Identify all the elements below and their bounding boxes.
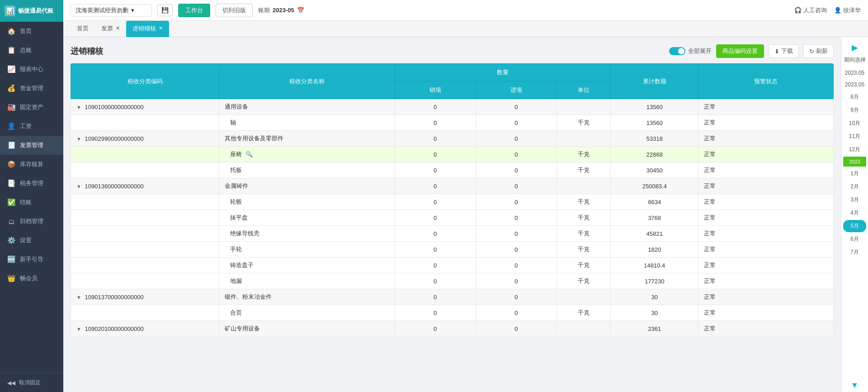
table-row: ▼ 109029900000000000 其他专用设备及零部件 0 0 5331… bbox=[71, 131, 834, 147]
table-row[interactable]: 绝缘导线壳 0 0 千克 45821 正常 bbox=[71, 226, 834, 242]
sidebar-item-home[interactable]: 🏠 首页 bbox=[0, 22, 63, 41]
expand-icon[interactable]: ▼ bbox=[76, 184, 81, 189]
workbench-button[interactable]: 工作台 bbox=[178, 4, 210, 17]
table-row[interactable]: 轴 0 0 千克 13560 正常 bbox=[71, 115, 834, 131]
period-year-2023-top[interactable]: 2023.05 bbox=[843, 67, 866, 78]
archive-icon: 🗂 bbox=[7, 218, 15, 225]
table-row[interactable]: 托板 0 0 千克 30450 正常 bbox=[71, 163, 834, 178]
row-purchase: 0 bbox=[476, 258, 557, 273]
row-sale: 0 bbox=[395, 147, 476, 163]
report-icon: 📈 bbox=[7, 65, 15, 73]
row-total: 13560 bbox=[611, 115, 698, 131]
sidebar-item-tax[interactable]: 📑 税务管理 bbox=[0, 174, 63, 193]
table-row[interactable]: 抹平盘 0 0 千克 3768 正常 bbox=[71, 210, 834, 226]
sidebar-item-report[interactable]: 📈 报表中心 bbox=[0, 60, 63, 79]
download-button[interactable]: ⬇ 下载 bbox=[769, 44, 799, 58]
search-icon[interactable]: 🔍 bbox=[245, 151, 253, 158]
period-10[interactable]: 10月 bbox=[843, 117, 866, 129]
period-2[interactable]: 2月 bbox=[843, 181, 866, 193]
row-purchase: 0 bbox=[476, 163, 557, 178]
expand-icon[interactable]: ▼ bbox=[76, 295, 81, 300]
period-3[interactable]: 3月 bbox=[843, 194, 866, 206]
save-draft-button[interactable]: 💾 bbox=[157, 4, 173, 16]
row-unit: 千克 bbox=[557, 242, 610, 258]
sidebar-item-guide[interactable]: 🆕 新手引导 bbox=[0, 250, 63, 269]
row-total: 30450 bbox=[611, 163, 698, 178]
table-row[interactable]: 铸造盖子 0 0 千克 14810.4 正常 bbox=[71, 258, 834, 273]
row-status: 正常 bbox=[698, 99, 834, 115]
member-icon: 👑 bbox=[7, 274, 15, 282]
row-purchase: 0 bbox=[476, 242, 557, 258]
sidebar: 📊 畅捷通易代账 🏠 首页 📋 总账 📈 报表中心 💰 资金管理 🏭 固定资产 … bbox=[0, 0, 63, 392]
product-code-button[interactable]: 商品编码设置 bbox=[716, 44, 764, 58]
table-row[interactable]: 地漏 0 0 千克 177230 正常 bbox=[71, 273, 834, 289]
period-5[interactable]: 5月 bbox=[843, 220, 866, 232]
sidebar-item-label: 设置 bbox=[20, 236, 32, 244]
calendar-icon[interactable]: 📅 bbox=[297, 7, 304, 14]
expand-toggle[interactable]: 全部展开 bbox=[669, 47, 712, 55]
period-1[interactable]: 1月 bbox=[843, 167, 866, 180]
period-6[interactable]: 6月 bbox=[843, 233, 866, 245]
tab-home[interactable]: 首页 bbox=[71, 21, 95, 37]
sidebar-item-archive[interactable]: 🗂 归档管理 bbox=[0, 212, 63, 231]
guide-icon: 🆕 bbox=[7, 255, 15, 263]
tab-check[interactable]: 进销稽核 ✕ bbox=[126, 21, 169, 37]
user-profile[interactable]: 👤 徐泽华 bbox=[834, 6, 861, 14]
row-name: 金属铸件 bbox=[219, 178, 395, 194]
row-code bbox=[71, 226, 219, 242]
refresh-button[interactable]: ↻ 刷新 bbox=[803, 44, 834, 58]
row-unit bbox=[557, 178, 610, 194]
sidebar-item-label: 总账 bbox=[20, 46, 32, 54]
sidebar-item-invoice[interactable]: 🧾 发票管理 bbox=[0, 136, 63, 155]
tab-invoice-close[interactable]: ✕ bbox=[116, 25, 120, 31]
period-year-2023-label[interactable]: 2023.05 bbox=[843, 79, 866, 90]
toggle-switch[interactable] bbox=[669, 47, 685, 55]
panel-scroll-down[interactable]: ▼ bbox=[849, 379, 861, 392]
expand-icon[interactable]: ▼ bbox=[76, 105, 81, 110]
sidebar-item-asset[interactable]: 🏭 固定资产 bbox=[0, 98, 63, 117]
sidebar-item-label: 报表中心 bbox=[20, 65, 43, 73]
table-row: ▼ 109013600000000000 金属铸件 0 0 250083.4 正… bbox=[71, 178, 834, 194]
panel-collapse-arrow[interactable]: ▶ bbox=[850, 41, 860, 54]
unpin-button[interactable]: ◀◀ 取消固定 bbox=[0, 373, 63, 392]
table-row[interactable]: 合页 0 0 千克 30 正常 bbox=[71, 305, 834, 321]
row-code bbox=[71, 273, 219, 289]
table-row[interactable]: 座椅🔍 0 0 千克 22868 正常 bbox=[71, 147, 834, 163]
expand-icon[interactable]: ▼ bbox=[76, 326, 81, 332]
row-unit: 千克 bbox=[557, 305, 610, 321]
tab-check-close[interactable]: ✕ bbox=[159, 25, 163, 31]
table-row[interactable]: 轮毂 0 0 千克 6634 正常 bbox=[71, 194, 834, 210]
tax-icon: 📑 bbox=[7, 179, 15, 187]
period-12[interactable]: 12月 bbox=[843, 143, 866, 156]
expand-icon[interactable]: ▼ bbox=[76, 136, 81, 142]
support-button[interactable]: 🎧 人工咨询 bbox=[794, 6, 827, 14]
period-label: 账期 bbox=[258, 6, 270, 14]
settings-icon: ⚙️ bbox=[7, 236, 15, 244]
switch-version-button[interactable]: 切到旧版 bbox=[216, 4, 253, 17]
row-name: 铸造盖子 bbox=[219, 258, 395, 273]
sidebar-item-member[interactable]: 👑 畅会员 bbox=[0, 269, 63, 288]
user-label: 徐泽华 bbox=[843, 6, 861, 14]
table-row[interactable]: 手轮 0 0 千克 1820 正常 bbox=[71, 242, 834, 258]
invoice-icon: 🧾 bbox=[7, 141, 15, 149]
sidebar-item-settings[interactable]: ⚙️ 设置 bbox=[0, 231, 63, 250]
sidebar-item-ledger[interactable]: 📋 总账 bbox=[0, 41, 63, 60]
sidebar-item-inventory[interactable]: 📦 库存核算 bbox=[0, 155, 63, 174]
th-unit: 单位 bbox=[557, 81, 610, 99]
period-4[interactable]: 4月 bbox=[843, 207, 866, 219]
period-8[interactable]: 8月 bbox=[843, 91, 866, 103]
sidebar-item-wage[interactable]: 👤 工资 bbox=[0, 117, 63, 136]
tab-invoice[interactable]: 发票 ✕ bbox=[95, 21, 126, 37]
sidebar-item-settle[interactable]: ✅ 结账 bbox=[0, 193, 63, 212]
sidebar-item-fund[interactable]: 💰 资金管理 bbox=[0, 79, 63, 98]
table-row: ▼ 109013700000000000 锻件、粉末冶金件 0 0 30 正常 bbox=[71, 289, 834, 305]
row-name: 矿山专用设备 bbox=[219, 321, 395, 337]
row-sale: 0 bbox=[395, 289, 476, 305]
period-11[interactable]: 11月 bbox=[843, 130, 866, 143]
row-sale: 0 bbox=[395, 131, 476, 147]
wage-icon: 👤 bbox=[7, 122, 15, 130]
company-selector[interactable]: 沈海英测试经营勿删 ▾ bbox=[71, 4, 152, 17]
period-7[interactable]: 7月 bbox=[843, 246, 866, 258]
app-logo: 📊 畅捷通易代账 bbox=[0, 0, 63, 22]
period-9[interactable]: 9月 bbox=[843, 104, 866, 116]
